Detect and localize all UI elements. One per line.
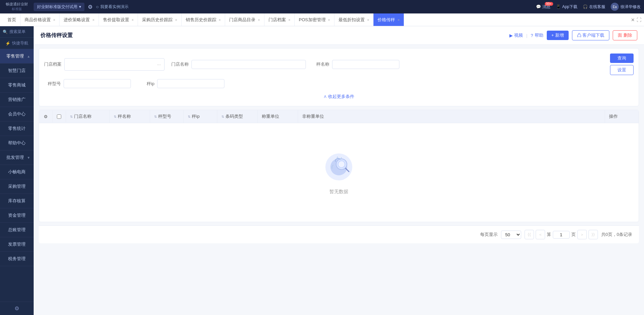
user-area[interactable]: Ea 徐泽华修改 <box>611 3 641 11</box>
sidebar-item-smart-store[interactable]: 智慧门店 <box>0 64 34 78</box>
sort-icon-store[interactable]: ⇅ <box>70 115 73 118</box>
tab-price-transmit[interactable]: 价格传秤× <box>373 13 404 26</box>
tab-home[interactable]: 首页 <box>3 13 21 26</box>
svg-point-3 <box>338 161 345 168</box>
main-layout: 🔍 搜索菜单 ⚡ 快捷导航 零售管理▲智慧门店零售商城营销推广会员中心零售统计帮… <box>0 26 644 315</box>
message-btn[interactable]: 💬 消息 99+ <box>536 4 550 10</box>
online-service-btn[interactable]: 🎧 在线客服 <box>583 4 605 10</box>
scale-name-input[interactable] <box>332 60 399 69</box>
tab-min-discount[interactable]: 最低折扣设置× <box>334 13 373 26</box>
total-info: 共0页，0条记录 <box>601 232 632 238</box>
tab-close-pos-manage[interactable]: × <box>328 18 330 22</box>
last-page-btn[interactable]: ⟩⟩ <box>588 230 598 239</box>
collapse-button[interactable]: ∧ 收起更多条件 <box>322 92 356 101</box>
sidebar-label-general-ledger: 总账管理 <box>3 227 30 233</box>
sidebar-arrow-retail-manage: ▲ <box>27 55 30 58</box>
version-selector[interactable]: 好业财标准版交付试用 ▾ <box>34 3 84 11</box>
demo-button[interactable]: ○ 我要看实例演示 <box>96 4 129 10</box>
store-name-input[interactable] <box>191 60 306 69</box>
col-header-setting[interactable]: ⚙ <box>39 111 52 123</box>
sidebar-item-marketing[interactable]: 营销推广 <box>0 93 34 107</box>
tab-purchase-strategy[interactable]: 进价策略设置× <box>60 13 99 26</box>
sidebar-item-fund-manage[interactable]: 资金管理 <box>0 208 34 223</box>
close-all-icon[interactable]: ✕ <box>631 17 635 23</box>
store-archive-field[interactable] <box>68 60 155 69</box>
sidebar-label-help-center: 帮助中心 <box>3 140 30 146</box>
sidebar-item-retail-stats[interactable]: 零售统计 <box>0 121 34 136</box>
tab-store-archive[interactable]: 门店档案× <box>264 13 295 26</box>
header-actions: ▶ 视频 | ? 帮助 + 新增 凸 客户端下载 面 删除 <box>509 30 637 40</box>
tab-store-catalog[interactable]: 门店商品目录× <box>225 13 264 26</box>
tab-sale-extract[interactable]: 售价提取设置× <box>99 13 138 26</box>
tab-purchase-history[interactable]: 采购历史价跟踪× <box>138 13 181 26</box>
tab-sale-history[interactable]: 销售历史价跟踪× <box>182 13 225 26</box>
tab-close-sale-history[interactable]: × <box>219 18 221 22</box>
help-link[interactable]: ? 帮助 <box>531 32 543 38</box>
sidebar-label-purchase-manage: 采购管理 <box>3 183 30 189</box>
tab-close-store-archive[interactable]: × <box>288 18 290 22</box>
more-icon[interactable]: ··· <box>157 62 161 67</box>
settings-button[interactable]: 设置 <box>610 65 634 75</box>
sidebar-item-member-center[interactable]: 会员中心 <box>0 107 34 121</box>
tab-close-sale-extract[interactable]: × <box>132 18 134 22</box>
app-download-btn[interactable]: 📱 App下载 <box>556 4 577 10</box>
sidebar-item-help-center[interactable]: 帮助中心 <box>0 136 34 150</box>
setting-col-icon: ⚙ <box>44 114 48 119</box>
sidebar-search[interactable]: 🔍 搜索菜单 <box>0 26 34 38</box>
scale-name-label: 秤名称 <box>313 61 329 67</box>
sidebar-item-retail-manage[interactable]: 零售管理▲ <box>0 49 34 64</box>
page-title: 价格传秤设置 <box>40 32 73 39</box>
video-link[interactable]: ▶ 视频 <box>509 32 523 38</box>
tab-pos-manage[interactable]: POS加密管理× <box>295 13 334 26</box>
empty-text: 暂无数据 <box>329 189 348 195</box>
next-page-btn[interactable]: ＞ <box>577 230 587 239</box>
delete-button[interactable]: 面 删除 <box>613 30 637 40</box>
top-bar: 畅捷通好业财 标准版 好业财标准版交付试用 ▾ ⚙ ○ 我要看实例演示 💬 消息… <box>0 0 644 13</box>
sidebar-item-tax-manage[interactable]: 税务管理 <box>0 252 34 266</box>
sidebar-label-small-ecommerce: 小畅电商 <box>3 169 30 175</box>
sidebar-item-wholesale-manage[interactable]: 批发管理▼ <box>0 150 34 165</box>
query-button[interactable]: 查询 <box>610 54 634 63</box>
page-input[interactable] <box>553 231 570 239</box>
tab-close-purchase-history[interactable]: × <box>175 18 177 22</box>
store-archive-input[interactable]: ··· <box>64 58 165 71</box>
col-header-barcode: ⇅ 条码类型 <box>217 110 258 123</box>
col-header-non-weight: 非称重单位 <box>298 110 605 123</box>
scale-model-input[interactable] <box>64 79 131 88</box>
sort-icon-barcode[interactable]: ⇅ <box>221 115 224 118</box>
tab-close-min-discount[interactable]: × <box>367 18 369 22</box>
sort-icon-scale-model[interactable]: ⇅ <box>154 115 157 118</box>
sidebar-bottom[interactable]: ⚙ <box>0 302 34 315</box>
sidebar-setting-icon[interactable]: ⚙ <box>14 305 19 312</box>
tab-close-price-transmit[interactable]: × <box>397 18 399 22</box>
col-header-check[interactable] <box>52 111 66 122</box>
col-header-scale-model: ⇅ 秤型号 <box>150 110 184 123</box>
prev-page-btn[interactable]: ＜ <box>536 230 545 239</box>
first-page-btn[interactable]: ⟨⟨ <box>525 230 534 239</box>
tab-close-store-catalog[interactable]: × <box>258 18 260 22</box>
sidebar-label-inventory: 库存核算 <box>3 198 30 204</box>
sidebar-item-retail-mall[interactable]: 零售商城 <box>0 78 34 93</box>
sidebar-item-small-ecommerce[interactable]: 小畅电商 <box>0 165 34 179</box>
sidebar-item-invoice-manage[interactable]: 发票管理 <box>0 237 34 252</box>
sidebar-item-general-ledger[interactable]: 总账管理 <box>0 223 34 237</box>
setting-icon-btn[interactable]: ⚙ <box>88 4 93 10</box>
page-size-select[interactable]: 20 50 100 <box>501 231 521 239</box>
sort-icon-scale-name[interactable]: ⇅ <box>114 115 116 118</box>
tab-close-purchase-strategy[interactable]: × <box>92 18 94 22</box>
expand-icon[interactable]: ⛶ <box>637 17 641 23</box>
store-name-group: 门店名称 <box>171 60 306 69</box>
sidebar-quicknav[interactable]: ⚡ 快捷导航 <box>0 38 34 49</box>
tab-bar-end: ✕ ⛶ <box>631 17 644 23</box>
sidebar-item-purchase-manage[interactable]: 采购管理 <box>0 179 34 194</box>
tab-close-price-setting[interactable]: × <box>53 18 55 22</box>
sidebar-item-inventory[interactable]: 库存核算 <box>0 194 34 208</box>
scale-name-group: 秤名称 <box>313 60 399 69</box>
col-header-weight-unit: 称重单位 <box>258 110 298 123</box>
download-button[interactable]: 凸 客户端下载 <box>572 30 610 40</box>
scale-ip-input[interactable] <box>157 79 224 88</box>
select-all-checkbox[interactable] <box>57 114 61 119</box>
add-button[interactable]: + 新增 <box>547 31 569 40</box>
tab-price-setting[interactable]: 商品价格设置× <box>21 13 60 26</box>
sort-icon-scale-ip[interactable]: ⇅ <box>188 115 190 118</box>
